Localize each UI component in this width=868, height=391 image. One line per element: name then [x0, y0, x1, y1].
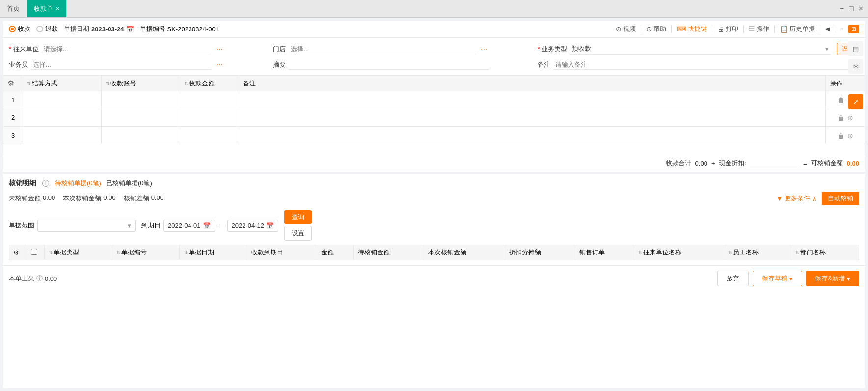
save-chevron-icon[interactable]: ▾	[847, 275, 850, 282]
print-btn[interactable]: 🖨 打印	[717, 25, 738, 33]
doc-range-chevron[interactable]: ▾	[128, 222, 131, 229]
from-unit-input[interactable]	[44, 45, 210, 53]
pending-tab[interactable]: 待核销单据(0笔)	[55, 179, 101, 188]
query-btn[interactable]: 查询	[284, 210, 312, 224]
row2-account[interactable]	[102, 109, 180, 127]
receipt-radio[interactable]: 收款	[9, 25, 30, 33]
staff-input[interactable]	[33, 61, 210, 68]
row2-delete-btn[interactable]: 🗑	[838, 114, 844, 122]
from-unit-more-btn[interactable]: ···	[215, 45, 225, 54]
history-btn[interactable]: 📋 历史单据	[780, 25, 815, 33]
row3-account[interactable]	[102, 127, 180, 144]
tab-close-icon[interactable]: ×	[56, 5, 59, 12]
action-label: 操作	[757, 25, 769, 33]
abandon-btn[interactable]: 放弃	[717, 271, 749, 286]
tab-receipt[interactable]: 收款单 ×	[27, 0, 67, 17]
th-sales-order: 销售订单	[575, 245, 634, 260]
table-gear-icon[interactable]: ⚙	[7, 79, 14, 87]
window-minimize-icon[interactable]: −	[840, 4, 844, 13]
staff-sort[interactable]: ⇅	[728, 250, 732, 255]
unverified-label: 未核销金额	[9, 194, 41, 203]
table-gear2-icon[interactable]: ⚙	[13, 249, 19, 256]
th-check: ⚙	[9, 245, 27, 260]
done-tab[interactable]: 已核销单据(0笔)	[106, 179, 152, 188]
note-input[interactable]	[555, 61, 857, 68]
draft-btn[interactable]: 保存草稿 ▾	[753, 271, 802, 286]
table-row: 1 🗑 ⊕	[3, 91, 865, 109]
th-remark-label: 备注	[243, 80, 256, 87]
row1-remark[interactable]	[239, 91, 826, 109]
shop-input[interactable]	[291, 45, 474, 53]
refund-radio[interactable]: 退款	[36, 25, 58, 33]
select-all-checkbox[interactable]	[31, 249, 37, 255]
window-maximize-icon[interactable]: □	[849, 4, 854, 13]
staff-more-btn[interactable]: ···	[215, 60, 225, 69]
calendar-start-icon[interactable]: 📅	[203, 222, 211, 229]
summary-input[interactable]	[291, 61, 487, 68]
sidebar-table-icon[interactable]: ▤	[848, 41, 863, 56]
biz-type-label: 业务类型	[538, 45, 568, 54]
more-conditions-btn[interactable]: ▼ 更多条件 ∧	[776, 194, 817, 203]
sidebar-email-icon[interactable]: ✉	[848, 59, 863, 74]
note-input-wrap[interactable]	[553, 60, 859, 70]
view-card-icon[interactable]: ⊞	[848, 25, 859, 33]
row3-amount[interactable]	[180, 127, 239, 144]
doc-date-sort[interactable]: ⇅	[184, 250, 188, 255]
auto-verify-btn[interactable]: 自动核销	[822, 192, 859, 205]
save-new-btn[interactable]: 保存&新增 ▾	[806, 271, 859, 286]
dept-sort[interactable]: ⇅	[795, 250, 799, 255]
nav-prev-icon[interactable]: ◀	[825, 26, 830, 32]
draft-chevron-icon[interactable]: ▾	[789, 275, 793, 282]
biz-type-chevron[interactable]: ▾	[825, 45, 829, 53]
biz-type-select[interactable]: 预收款 ▾	[570, 43, 831, 55]
row2-amount[interactable]	[180, 109, 239, 127]
due-date-start[interactable]: 2022-04-01 📅	[163, 220, 215, 232]
th-doc-number-label: 单据编号	[121, 248, 147, 257]
due-date-end[interactable]: 2022-04-12 📅	[227, 220, 279, 232]
staff-input-wrap[interactable]	[31, 60, 212, 70]
due-date-label: 到期日	[141, 221, 161, 230]
row3-delete-btn[interactable]: 🗑	[838, 132, 844, 140]
help-btn[interactable]: ⊙ 帮助	[646, 25, 666, 33]
sidebar-expand-icon[interactable]: ⤢	[848, 94, 863, 109]
row1-amount[interactable]	[180, 91, 239, 109]
shop-more-btn[interactable]: ···	[479, 45, 489, 54]
row1-account[interactable]	[102, 91, 180, 109]
row3-copy-btn[interactable]: ⊕	[847, 132, 853, 140]
refund-radio-label: 退款	[45, 25, 58, 33]
row3-remark[interactable]	[239, 127, 826, 144]
amount-sort-icon[interactable]: ⇅	[184, 81, 188, 86]
settle-sort-icon[interactable]: ⇅	[27, 81, 31, 86]
doc-type-sort[interactable]: ⇅	[49, 250, 53, 255]
hexiao-info-icon[interactable]: i	[42, 180, 49, 187]
row3-settle[interactable]	[23, 127, 102, 144]
video-btn[interactable]: ⊙ 视频	[616, 25, 636, 33]
th-dept: ⇅ 部门名称	[791, 245, 859, 260]
doc-range-field: 单据范围 ▾	[9, 220, 136, 232]
row1-settle[interactable]	[23, 91, 102, 109]
summary-input-wrap[interactable]	[289, 60, 489, 70]
carry-info-icon[interactable]: ⓘ	[36, 274, 43, 283]
row2-remark[interactable]	[239, 109, 826, 127]
carry-value: 0.00	[45, 275, 57, 282]
calendar-icon[interactable]: 📅	[126, 26, 134, 33]
tab-home[interactable]: 首页	[0, 0, 27, 17]
view-list-icon[interactable]: ≡	[840, 26, 843, 32]
row2-copy-btn[interactable]: ⊕	[847, 114, 853, 122]
from-unit-sort[interactable]: ⇅	[638, 250, 642, 255]
discount-input[interactable]	[750, 158, 799, 168]
th-amount: ⇅ 收款金额	[180, 76, 239, 91]
row1-delete-btn[interactable]: 🗑	[838, 96, 844, 104]
th-doc-date: ⇅ 单据日期	[180, 245, 247, 260]
shop-input-wrap[interactable]	[289, 44, 476, 54]
row2-settle[interactable]	[23, 109, 102, 127]
doc-range-select[interactable]: ▾	[37, 220, 136, 232]
filter-setting-btn[interactable]: 设置	[284, 226, 312, 241]
window-close-icon[interactable]: ×	[859, 4, 863, 13]
shortcut-btn[interactable]: ⌨ 快捷键	[677, 25, 707, 33]
calendar-end-icon[interactable]: 📅	[266, 222, 274, 229]
doc-number-sort[interactable]: ⇅	[116, 250, 120, 255]
from-unit-input-wrap[interactable]	[42, 44, 212, 54]
action-btn[interactable]: ☰ 操作	[749, 25, 769, 33]
account-sort-icon[interactable]: ⇅	[106, 81, 109, 86]
